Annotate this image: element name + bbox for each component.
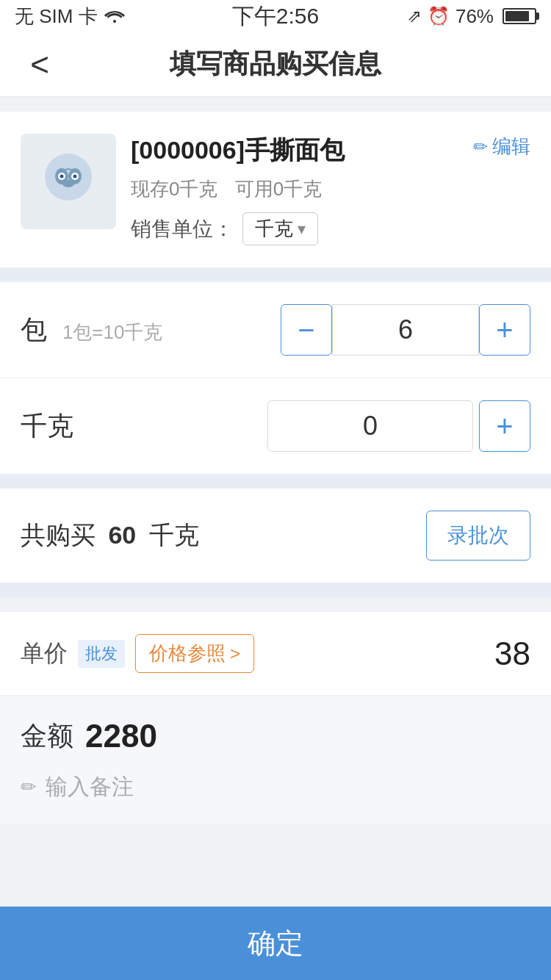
product-thumbnail-icon	[43, 151, 94, 212]
bao-controls: − +	[281, 304, 530, 356]
price-value: 38	[494, 635, 530, 672]
amount-value: 2280	[85, 718, 157, 754]
total-text: 共购买 60 千克	[21, 519, 199, 552]
confirm-button[interactable]: 确定	[0, 907, 551, 980]
bao-sublabel: 1包=10千克	[62, 321, 163, 343]
product-unit-row: 销售单位： 千克 ▾	[131, 212, 530, 245]
svg-point-6	[73, 175, 77, 179]
stock-text: 现存0千克	[131, 178, 217, 200]
kg-input[interactable]	[267, 400, 473, 452]
bao-increment-button[interactable]: +	[479, 304, 530, 356]
quantity-section: 包 1包=10千克 − + 千克 +	[0, 282, 551, 474]
status-bar: 无 SIM 卡 下午2:56 ⇗ ⏰ 76%	[0, 0, 551, 32]
nav-bar: < 填写商品购买信息	[0, 32, 551, 97]
bao-label-group: 包 1包=10千克	[21, 312, 162, 348]
price-ref-chevron: >	[230, 644, 240, 664]
bao-decrement-button[interactable]: −	[281, 304, 332, 356]
section-divider-3	[0, 583, 551, 597]
alarm-icon: ⏰	[428, 6, 450, 26]
product-card: [0000006]手撕面包 现存0千克 可用0千克 销售单位： 千克 ▾ ✏ 编…	[0, 112, 551, 267]
carrier-label: 无 SIM 卡	[15, 4, 98, 29]
product-name: [0000006]手撕面包	[131, 134, 530, 167]
battery-text: 76%	[455, 5, 494, 28]
edit-button[interactable]: ✏ 编辑	[473, 134, 530, 159]
pencil-icon: ✏	[21, 776, 37, 799]
available-text: 可用0千克	[235, 178, 322, 200]
total-amount: 60	[108, 521, 136, 549]
price-label: 单价	[21, 638, 68, 670]
total-section: 共购买 60 千克 录批次	[0, 489, 551, 583]
bao-input[interactable]	[332, 304, 479, 356]
amount-row: 金额 2280	[21, 718, 530, 754]
product-info: [0000006]手撕面包 现存0千克 可用0千克 销售单位： 千克 ▾	[131, 134, 530, 245]
kg-quantity-row: 千克 +	[0, 378, 551, 474]
kg-increment-button[interactable]: +	[479, 400, 530, 452]
edit-icon: ✏	[473, 137, 488, 157]
batch-tag: 批发	[78, 640, 125, 668]
unit-label: 销售单位：	[131, 215, 234, 243]
bao-label: 包	[21, 314, 47, 345]
unit-value: 千克	[255, 216, 293, 242]
chevron-down-icon: ▾	[298, 220, 306, 239]
amount-label: 金额	[21, 718, 73, 754]
batch-button[interactable]: 录批次	[426, 511, 530, 561]
status-left: 无 SIM 卡	[15, 4, 126, 29]
svg-point-7	[62, 180, 74, 187]
kg-controls: +	[267, 400, 530, 452]
bao-quantity-row: 包 1包=10千克 − +	[0, 282, 551, 378]
back-button[interactable]: <	[18, 43, 62, 87]
svg-point-0	[45, 154, 92, 201]
edit-label: 编辑	[492, 134, 530, 159]
product-image	[21, 134, 116, 229]
nav-title: 填写商品购买信息	[170, 46, 381, 82]
total-unit: 千克	[149, 521, 199, 549]
wifi-icon	[104, 5, 126, 28]
price-ref-label: 价格参照	[149, 641, 226, 666]
kg-label-group: 千克	[21, 408, 73, 444]
battery-icon	[503, 8, 536, 24]
kg-label: 千克	[21, 411, 73, 441]
price-section: 单价 批发 价格参照 > 38	[0, 612, 551, 695]
note-placeholder: 输入备注	[46, 772, 134, 802]
unit-selector[interactable]: 千克 ▾	[242, 212, 318, 245]
section-divider-1	[0, 267, 551, 282]
product-stock: 现存0千克 可用0千克	[131, 176, 530, 202]
total-prefix: 共购买	[21, 521, 96, 549]
section-divider-2	[0, 474, 551, 489]
svg-point-5	[60, 175, 64, 179]
note-row[interactable]: ✏ 输入备注	[21, 772, 530, 802]
status-time: 下午2:56	[232, 1, 319, 32]
gps-icon: ⇗	[407, 6, 422, 26]
amount-section: 金额 2280 ✏ 输入备注	[0, 695, 551, 824]
price-ref-button[interactable]: 价格参照 >	[135, 634, 254, 673]
status-right: ⇗ ⏰ 76%	[407, 5, 536, 28]
price-left: 单价 批发 价格参照 >	[21, 634, 254, 673]
